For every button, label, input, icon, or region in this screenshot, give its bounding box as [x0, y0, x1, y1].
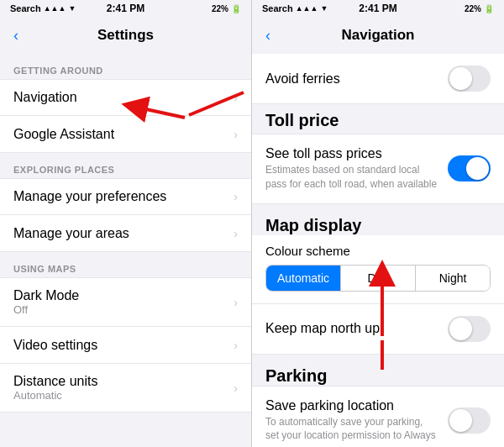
avoid-ferries-toggle[interactable] — [448, 66, 491, 92]
left-status-left: Search ▲▲▲ ▼ — [10, 3, 76, 13]
left-time: 2:41 PM — [107, 3, 144, 14]
right-status-bar: Search ▲▲▲ ▼ 2:41 PM 22% 🔋 — [252, 0, 504, 17]
right-battery: 22% — [465, 4, 481, 13]
toll-pass-label: See toll pass prices — [265, 146, 438, 161]
nav-item-navigation[interactable]: Navigation › — [0, 79, 251, 116]
chevron-manage-preferences: › — [234, 190, 238, 203]
right-back-button[interactable]: ‹ — [265, 27, 270, 45]
chevron-video-settings: › — [234, 339, 238, 352]
right-wifi-icon: ▼ — [320, 4, 328, 13]
left-panel: Search ▲▲▲ ▼ 2:41 PM 22% 🔋 ‹ Settings GE… — [0, 0, 252, 447]
left-status-right: 22% 🔋 — [212, 4, 241, 13]
colour-scheme-section: Colour scheme Automatic Day Night — [252, 235, 504, 304]
right-battery-icon: 🔋 — [484, 4, 494, 13]
left-battery: 22% — [212, 4, 228, 13]
avoid-ferries-label: Avoid ferries — [265, 71, 340, 87]
chevron-distance-units: › — [234, 381, 238, 395]
section-exploring-places: EXPLORING PLACES — [0, 153, 251, 178]
right-screen: Search ▲▲▲ ▼ 2:41 PM 22% 🔋 ‹ Navigation … — [252, 0, 504, 447]
tab-night[interactable]: Night — [416, 266, 490, 291]
section-getting-around: GETTING AROUND — [0, 54, 251, 79]
parking-title: Parking — [265, 366, 327, 385]
left-screen: Search ▲▲▲ ▼ 2:41 PM 22% 🔋 ‹ Settings GE… — [0, 0, 252, 447]
left-back-button[interactable]: ‹ — [13, 27, 18, 45]
nav-label-manage-preferences: Manage your preferences — [13, 189, 166, 204]
setting-avoid-ferries: Avoid ferries — [252, 54, 504, 104]
chevron-manage-areas: › — [234, 227, 238, 240]
nav-item-manage-preferences[interactable]: Manage your preferences › — [0, 178, 251, 215]
left-battery-icon: 🔋 — [231, 4, 241, 13]
nav-sub-distance-units: Automatic — [13, 389, 98, 402]
right-signal-icon: ▲▲▲ — [296, 4, 318, 13]
setting-keep-north: Keep map north up — [252, 304, 504, 355]
toll-price-section: Toll price — [252, 104, 504, 134]
left-nav-bar: ‹ Settings — [0, 17, 251, 54]
map-display-title: Map display — [265, 216, 361, 234]
save-parking-label: Save parking location — [265, 398, 438, 413]
toggle-knob-on — [466, 157, 489, 180]
right-panel: Search ▲▲▲ ▼ 2:41 PM 22% 🔋 ‹ Navigation … — [252, 0, 504, 447]
setting-save-parking: Save parking location To automatically s… — [252, 386, 504, 447]
toggle-knob-parking — [449, 409, 472, 432]
chevron-navigation: › — [234, 91, 238, 104]
toll-pass-sub: Estimates based on standard local pass f… — [265, 163, 438, 192]
section-using-maps: USING MAPS — [0, 252, 251, 277]
toll-price-title: Toll price — [265, 111, 339, 129]
colour-scheme-label: Colour scheme — [265, 244, 491, 258]
right-nav-bar: ‹ Navigation — [252, 17, 504, 54]
nav-label-manage-areas: Manage your areas — [13, 226, 129, 241]
right-chevron-icon: ‹ — [265, 27, 270, 45]
nav-sub-dark-mode: Off — [13, 303, 79, 316]
nav-item-google-assistant[interactable]: Google Assistant › — [0, 116, 251, 153]
toll-pass-toggle[interactable] — [448, 155, 491, 181]
nav-label-video-settings: Video settings — [13, 338, 97, 353]
save-parking-toggle[interactable] — [448, 408, 491, 434]
tab-automatic[interactable]: Automatic — [266, 266, 341, 291]
keep-north-toggle[interactable] — [448, 316, 491, 342]
tab-day[interactable]: Day — [341, 266, 416, 291]
chevron-google-assistant: › — [234, 128, 238, 141]
setting-toll-pass: See toll pass prices Estimates based on … — [252, 134, 504, 204]
right-page-title: Navigation — [342, 27, 415, 44]
colour-scheme-tabs: Automatic Day Night — [265, 265, 491, 292]
right-time: 2:41 PM — [359, 3, 396, 14]
chevron-dark-mode: › — [234, 296, 238, 309]
parking-section: Parking — [252, 355, 504, 386]
toggle-knob-north — [449, 318, 472, 340]
left-page-title: Settings — [97, 27, 154, 44]
nav-item-dark-mode[interactable]: Dark Mode Off › — [0, 277, 251, 327]
nav-label-google-assistant: Google Assistant — [13, 127, 114, 142]
nav-label-distance-units: Distance units — [13, 374, 98, 389]
left-chevron-icon: ‹ — [13, 27, 18, 45]
right-content: Avoid ferries Toll price See toll pass p… — [252, 54, 504, 447]
map-display-section: Map display — [252, 204, 504, 235]
right-status-right: 22% 🔋 — [465, 4, 494, 13]
keep-north-label: Keep map north up — [265, 321, 380, 336]
save-parking-sub: To automatically save your parking, set … — [265, 415, 438, 444]
nav-item-video-settings[interactable]: Video settings › — [0, 327, 251, 364]
toggle-knob — [449, 67, 472, 90]
left-wifi-icon: ▼ — [68, 4, 76, 13]
nav-label-navigation: Navigation — [13, 90, 77, 105]
nav-label-dark-mode: Dark Mode — [13, 288, 79, 303]
right-search-label: Search — [262, 3, 293, 13]
left-status-bar: Search ▲▲▲ ▼ 2:41 PM 22% 🔋 — [0, 0, 251, 17]
right-status-left: Search ▲▲▲ ▼ — [262, 3, 328, 13]
left-search-label: Search — [10, 3, 41, 13]
nav-item-distance-units[interactable]: Distance units Automatic › — [0, 364, 251, 413]
left-signal-icon: ▲▲▲ — [44, 4, 66, 13]
nav-item-manage-areas[interactable]: Manage your areas › — [0, 215, 251, 252]
